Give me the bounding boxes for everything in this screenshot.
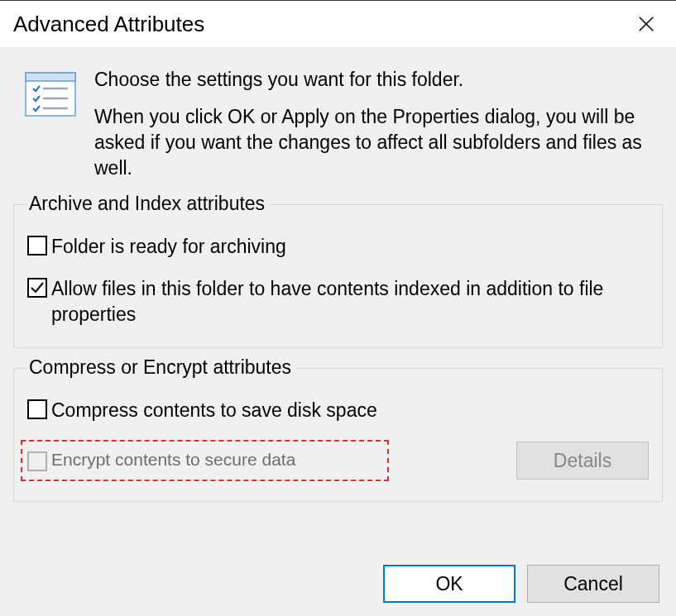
index-label: Allow files in this folder to have conte… xyxy=(51,276,649,327)
compress-label: Compress contents to save disk space xyxy=(51,398,377,423)
checkmark-icon xyxy=(30,280,45,295)
dialog-body: Choose the settings you want for this fo… xyxy=(0,47,676,616)
archive-index-group: Archive and Index attributes Folder is r… xyxy=(13,204,663,348)
index-checkbox[interactable] xyxy=(27,278,47,298)
index-checkbox-row[interactable]: Allow files in this folder to have conte… xyxy=(27,276,649,327)
advanced-attributes-dialog: Advanced Attributes Choose the sett xyxy=(0,0,676,616)
encrypt-row: Encrypt contents to secure data Details xyxy=(27,440,649,481)
cancel-button[interactable]: Cancel xyxy=(527,565,659,603)
compress-checkbox-row[interactable]: Compress contents to save disk space xyxy=(27,398,649,423)
dialog-title: Advanced Attributes xyxy=(13,12,204,37)
compress-checkbox[interactable] xyxy=(27,399,47,419)
encrypt-label: Encrypt contents to secure data xyxy=(51,450,295,470)
close-button[interactable] xyxy=(630,7,663,41)
titlebar: Advanced Attributes xyxy=(0,1,676,47)
folder-settings-icon xyxy=(25,72,76,117)
intro-line-2: When you click OK or Apply on the Proper… xyxy=(94,104,663,181)
ok-button[interactable]: OK xyxy=(383,565,515,603)
encrypt-highlight: Encrypt contents to secure data xyxy=(21,440,389,481)
compress-encrypt-group: Compress or Encrypt attributes Compress … xyxy=(13,368,663,502)
intro-text: Choose the settings you want for this fo… xyxy=(94,67,663,181)
intro-line-1: Choose the settings you want for this fo… xyxy=(94,67,663,93)
button-row: OK Cancel xyxy=(13,565,663,603)
close-icon xyxy=(637,15,655,33)
intro-section: Choose the settings you want for this fo… xyxy=(13,67,663,181)
details-button: Details xyxy=(516,442,649,480)
archive-index-title: Archive and Index attributes xyxy=(27,193,270,215)
svg-rect-1 xyxy=(26,73,75,81)
archive-label: Folder is ready for archiving xyxy=(51,234,286,260)
archive-checkbox[interactable] xyxy=(27,236,47,255)
compress-encrypt-title: Compress or Encrypt attributes xyxy=(27,356,296,379)
encrypt-checkbox xyxy=(27,451,47,471)
archive-checkbox-row[interactable]: Folder is ready for archiving xyxy=(27,234,649,260)
